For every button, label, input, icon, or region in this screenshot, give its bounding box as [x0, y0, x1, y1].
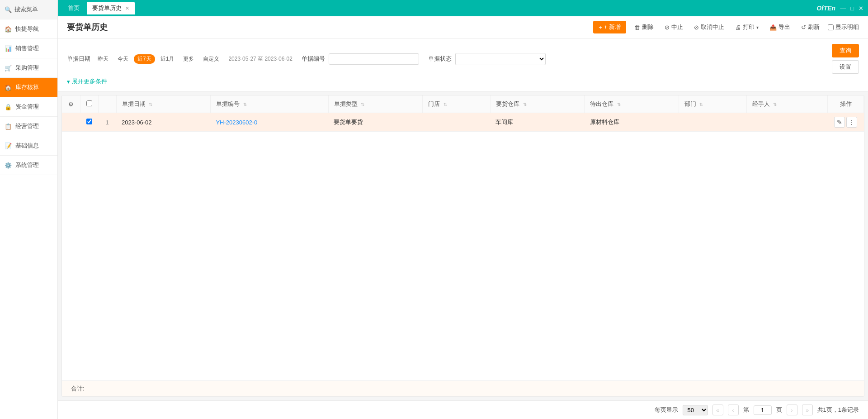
table-col-settings[interactable]: ⚙ — [62, 95, 80, 113]
sidebar-item-system-mgmt[interactable]: ⚙️ 系统管理 — [0, 156, 57, 175]
refresh-label: 刷新 — [808, 23, 820, 31]
print-button[interactable]: 🖨 打印 ▾ — [732, 21, 761, 33]
tab-close-icon[interactable]: ✕ — [125, 5, 129, 11]
table-col-order-type[interactable]: 单据类型 ⇅ — [328, 95, 422, 113]
page-input[interactable] — [754, 405, 772, 415]
row-store — [423, 113, 491, 132]
table-col-pending-warehouse[interactable]: 待出仓库 ⇅ — [585, 95, 679, 113]
sidebar-item-search-menu[interactable]: 🔍 搜索菜单 — [0, 0, 57, 19]
row-select-checkbox[interactable] — [86, 119, 92, 124]
basic-icon: 📝 — [5, 143, 12, 149]
query-buttons: 查询 设置 — [832, 44, 859, 74]
table-header-row: ⚙ 单据日期 ⇅ 单据编号 ⇅ — [62, 95, 864, 113]
sort-date-icon: ⇅ — [149, 102, 152, 107]
sidebar-item-finance-mgmt[interactable]: 🔒 资金管理 — [0, 97, 57, 117]
prev-page-btn[interactable]: ‹ — [728, 405, 739, 415]
date-btn-today[interactable]: 今天 — [114, 54, 132, 64]
sidebar: 🔍 搜索菜单 🏠 快捷导航 📊 销售管理 🛒 采购管理 🏠 库存核算 🔒 资金管… — [0, 0, 58, 419]
sidebar-item-quick-nav[interactable]: 🏠 快捷导航 — [0, 19, 57, 39]
refresh-icon: ↺ — [801, 24, 806, 31]
table-scroll[interactable]: ⚙ 单据日期 ⇅ 单据编号 ⇅ — [62, 95, 864, 381]
sales-icon: 📊 — [5, 45, 12, 52]
delete-icon: 🗑 — [634, 24, 640, 31]
export-button[interactable]: 📤 导出 — [767, 21, 793, 33]
row-edit-btn[interactable]: ✎ — [834, 117, 845, 128]
display-cells-checkbox[interactable] — [828, 24, 834, 30]
refresh-button[interactable]: ↺ 刷新 — [798, 21, 822, 33]
sort-reqwarehouse-icon: ⇅ — [523, 102, 527, 107]
query-settings-button[interactable]: 设置 — [832, 60, 859, 74]
table-col-ops: 操作 — [828, 95, 864, 113]
delete-label: 删除 — [642, 23, 654, 31]
last-page-btn[interactable]: » — [802, 405, 813, 415]
system-icon: ⚙️ — [5, 162, 12, 169]
data-table: ⚙ 单据日期 ⇅ 单据编号 ⇅ — [62, 95, 864, 132]
date-btn-custom[interactable]: 自定义 — [199, 54, 223, 64]
filter-bar: 单据日期 昨天 今天 近7天 近1月 更多 自定义 2023-05-27 至 2… — [58, 38, 868, 91]
table-col-order-no[interactable]: 单据编号 ⇅ — [210, 95, 328, 113]
sidebar-item-operation-mgmt[interactable]: 📋 经营管理 — [0, 117, 57, 136]
row-more-btn[interactable]: ⋮ — [846, 117, 857, 128]
new-button[interactable]: + + 新增 — [593, 21, 626, 33]
sidebar-inventory-label: 库存核算 — [15, 83, 39, 91]
display-cells-button[interactable]: 显示明细 — [828, 23, 859, 31]
order-no-link[interactable]: YH-20230602-0 — [216, 119, 257, 126]
window-maximize-btn[interactable]: □ — [850, 5, 854, 12]
table-col-num — [98, 95, 116, 113]
stop-button[interactable]: ⊘ 中止 — [662, 21, 686, 33]
table-col-dept[interactable]: 部门 ⇅ — [679, 95, 746, 113]
date-btn-yesterday[interactable]: 昨天 — [94, 54, 112, 64]
select-all-checkbox[interactable] — [86, 100, 92, 106]
row-ops: ✎ ⋮ — [828, 113, 864, 132]
export-icon: 📤 — [769, 24, 777, 31]
table-col-checkbox[interactable] — [80, 95, 98, 113]
brand-text: OfTEn — [816, 5, 835, 12]
table-row[interactable]: 1 2023-06-02 YH-20230602-0 要货单要货 车间库 原材料… — [62, 113, 864, 132]
first-page-btn[interactable]: « — [712, 405, 723, 415]
pagination-bar: 每页显示 20 50 100 200 « ‹ 第 页 › » 共1页，1条记录 — [58, 400, 868, 419]
filter-row: 单据日期 昨天 今天 近7天 近1月 更多 自定义 2023-05-27 至 2… — [67, 44, 859, 74]
print-label: 打印 — [743, 23, 755, 31]
delete-button[interactable]: 🗑 删除 — [632, 21, 656, 33]
stop-label: 中止 — [671, 23, 683, 31]
filter-order-no-input[interactable] — [329, 53, 419, 65]
next-page-btn[interactable]: › — [787, 405, 797, 415]
display-cells-label: 显示明细 — [835, 23, 859, 31]
sort-dept-icon: ⇅ — [699, 102, 703, 107]
table-col-req-warehouse[interactable]: 要货仓库 ⇅ — [490, 95, 584, 113]
expand-more-conditions[interactable]: ▾ 展开更多条件 — [67, 77, 859, 86]
sort-pendingwarehouse-icon: ⇅ — [617, 102, 621, 107]
filter-status-select[interactable] — [455, 53, 546, 65]
table-col-date[interactable]: 单据日期 ⇅ — [116, 95, 210, 113]
page-size-label: 每页显示 — [655, 406, 678, 414]
sort-handler-icon: ⇅ — [773, 102, 777, 107]
row-order-no[interactable]: YH-20230602-0 — [210, 113, 328, 132]
stop-icon: ⊘ — [665, 24, 670, 31]
filter-date-label: 单据日期 — [67, 55, 90, 63]
sidebar-basic-label: 基础信息 — [15, 142, 39, 150]
cancel-stop-button[interactable]: ⊘ 取消中止 — [691, 21, 727, 33]
sidebar-sales-label: 销售管理 — [15, 44, 39, 52]
finance-icon: 🔒 — [5, 104, 12, 110]
sidebar-item-sales-mgmt[interactable]: 📊 销售管理 — [0, 39, 57, 58]
tab-home-label: 首页 — [68, 4, 80, 12]
page-size-select[interactable]: 20 50 100 200 — [683, 405, 708, 415]
sidebar-item-basic-info[interactable]: 📝 基础信息 — [0, 136, 57, 156]
tab-home[interactable]: 首页 — [62, 2, 85, 14]
row-dept — [679, 113, 746, 132]
window-close-btn[interactable]: ✕ — [859, 5, 863, 12]
date-btn-last-month[interactable]: 近1月 — [157, 54, 178, 64]
sidebar-item-purchase-mgmt[interactable]: 🛒 采购管理 — [0, 58, 57, 78]
date-btn-last7days[interactable]: 近7天 — [134, 54, 155, 64]
tab-order-history[interactable]: 要货单历史 ✕ — [87, 2, 135, 14]
sidebar-item-inventory[interactable]: 🏠 库存核算 — [0, 78, 57, 97]
table-col-store[interactable]: 门店 ⇅ — [423, 95, 491, 113]
print-icon: 🖨 — [735, 24, 741, 31]
window-minimize-btn[interactable]: — — [840, 5, 846, 12]
page-title: 要货单历史 — [67, 22, 108, 33]
query-search-button[interactable]: 查询 — [832, 44, 859, 57]
table-col-handler[interactable]: 经手人 ⇅ — [746, 95, 827, 113]
operation-icon: 📋 — [5, 123, 12, 130]
row-checkbox[interactable] — [80, 113, 98, 132]
date-btn-more[interactable]: 更多 — [179, 54, 198, 64]
